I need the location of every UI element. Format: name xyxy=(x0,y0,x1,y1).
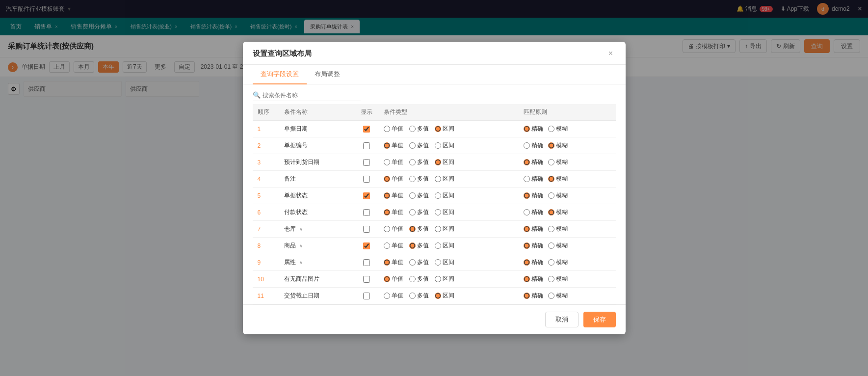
dialog-header: 设置查询区域布局 × xyxy=(243,42,626,65)
dialog-tab-layout[interactable]: 布局调整 xyxy=(307,65,348,84)
dialog-title: 设置查询区域布局 xyxy=(253,49,312,58)
dialog-close-btn[interactable]: × xyxy=(606,49,616,58)
modal-overlay: 设置查询区域布局 × 查询字段设置 布局调整 🔍 顺序 条件名称 显示 xyxy=(0,0,868,103)
dialog: 设置查询区域布局 × 查询字段设置 布局调整 🔍 顺序 条件名称 显示 xyxy=(243,42,626,103)
search-input-row: 🔍 xyxy=(253,89,361,101)
dialog-tabs: 查询字段设置 布局调整 xyxy=(243,65,626,84)
search-icon: 🔍 xyxy=(253,91,261,99)
search-wrap: 🔍 xyxy=(243,84,626,103)
search-input[interactable] xyxy=(263,92,361,99)
dialog-tab-fields[interactable]: 查询字段设置 xyxy=(253,65,307,84)
